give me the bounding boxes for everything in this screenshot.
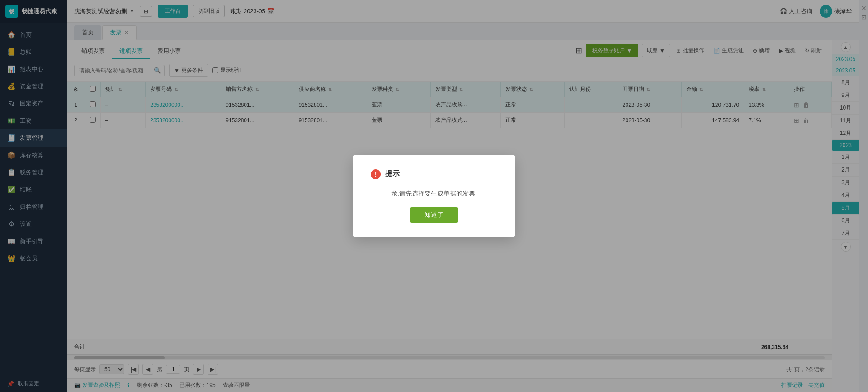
modal-title: 提示	[385, 169, 400, 179]
modal-overlay[interactable]: ! 提示 亲,请先选择要生成单据的发票! 知道了	[0, 0, 868, 392]
modal-ok-button[interactable]: 知道了	[410, 207, 458, 223]
modal-title-row: ! 提示	[371, 169, 400, 179]
warning-icon: !	[371, 169, 381, 179]
modal-dialog: ! 提示 亲,请先选择要生成单据的发票! 知道了	[353, 155, 515, 237]
modal-message: 亲,请先选择要生成单据的发票!	[391, 188, 477, 198]
